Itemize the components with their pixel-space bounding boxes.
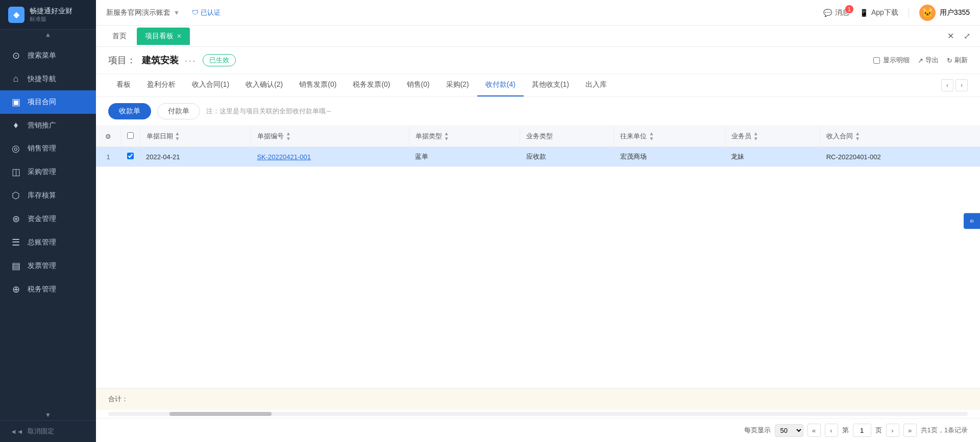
col-income-contract-label: 收入合同	[826, 132, 853, 141]
window-maximize-button[interactable]: ⤢	[962, 31, 972, 41]
certified-badge: 🛡 已认证	[192, 8, 220, 17]
prev-page-button[interactable]: ‹	[825, 424, 838, 437]
pay-tab-label: 付款单	[168, 107, 189, 115]
tab-project-board[interactable]: 项目看板 ✕	[137, 28, 190, 45]
row-income-contract: RC-20220401-002	[820, 147, 980, 167]
sidebar-item-quicknav[interactable]: ⌂ 快捷导航	[0, 67, 96, 90]
col-settings[interactable]: ⚙	[96, 126, 120, 147]
next-page-button[interactable]: ›	[886, 424, 899, 437]
sidebar-item-marketing[interactable]: ♦ 营销推广	[0, 114, 96, 137]
table-header-row: ⚙ 单据日期 ▲▼	[96, 126, 980, 147]
sub-nav-next-arrow[interactable]: ›	[955, 79, 968, 91]
row-date: 2022-04-21	[140, 147, 251, 167]
sub-nav-in-out[interactable]: 出入库	[577, 74, 615, 96]
sidebar-item-purchase[interactable]: ◫ 采购管理	[0, 160, 96, 184]
page-label: 第	[842, 426, 849, 435]
tab-close-icon[interactable]: ✕	[177, 33, 182, 40]
sub-nav: 看板 盈利分析 收入合同(1) 收入确认(2) 销售发票(0) 税务发票(0) …	[96, 74, 980, 97]
contract-sort-icon: ▲▼	[855, 131, 860, 141]
scrollbar-thumb[interactable]	[169, 412, 272, 416]
col-biz-type-label: 业务类型	[526, 132, 553, 140]
col-number[interactable]: 单据编号 ▲▼	[251, 126, 409, 147]
sub-nav-sales-invoice[interactable]: 销售发票(0)	[291, 74, 345, 96]
sidebar: ◆ 畅捷通好业财 标准版 ▲ ⊙ 搜索菜单 ⌂ 快捷导航 ▣ 项目合同 ♦ 营销…	[0, 0, 96, 442]
per-page-select[interactable]: 50 100 200	[775, 424, 803, 437]
unpin-icon: ◄◄	[10, 428, 23, 435]
nav-icon-tax: ⊕	[10, 284, 21, 295]
show-detail-checkbox[interactable]: 显示明细	[873, 56, 910, 65]
prev-page-icon: ‹	[830, 427, 832, 434]
receive-tab-label: 收款单	[119, 107, 140, 115]
sub-nav-purchase[interactable]: 采购(2)	[438, 74, 477, 96]
sidebar-item-invoice[interactable]: ▤ 发票管理	[0, 254, 96, 278]
sidebar-header: ◆ 畅捷通好业财 标准版	[0, 0, 96, 30]
scrollbar-row	[96, 410, 980, 418]
nav-icon-project: ▣	[10, 96, 21, 108]
col-number-label: 单据编号	[257, 132, 284, 141]
sub-nav-receive-pay[interactable]: 收付款(4)	[477, 74, 524, 96]
select-all-checkbox[interactable]	[127, 132, 134, 139]
col-salesman[interactable]: 业务员 ▲▼	[725, 126, 820, 147]
receive-tab[interactable]: 收款单	[108, 103, 151, 119]
refresh-button[interactable]: ↻ 刷新	[947, 56, 968, 65]
first-page-button[interactable]: «	[807, 424, 821, 437]
col-date[interactable]: 单据日期 ▲▼	[140, 126, 251, 147]
app-download-button[interactable]: 📱 App下载	[860, 8, 898, 17]
sidebar-item-inventory[interactable]: ⬡ 库存核算	[0, 184, 96, 207]
nav-icon-inventory: ⬡	[10, 190, 21, 201]
more-options-button[interactable]: ···	[185, 55, 197, 66]
message-button[interactable]: 💬 消息 1	[823, 8, 849, 17]
sub-nav-tax-invoice[interactable]: 税务发票(0)	[345, 74, 398, 96]
pagination: 每页显示 50 100 200 « ‹ 第 页 ›	[96, 418, 980, 442]
col-date-label: 单据日期	[146, 132, 173, 141]
first-page-icon: «	[812, 427, 816, 434]
row-type: 蓝单	[409, 147, 520, 167]
export-icon: ↗	[918, 57, 923, 64]
window-controls: ✕ ⤢	[945, 31, 972, 41]
page-input[interactable]	[853, 424, 871, 437]
tab-home[interactable]: 首页	[104, 28, 135, 45]
row-number[interactable]: SK-20220421-001	[251, 147, 409, 167]
right-panel-button[interactable]: ≡	[964, 213, 980, 229]
col-counterpart[interactable]: 往来单位 ▲▼	[614, 126, 725, 147]
main-area: 新服务官网演示账套 ▼ 🛡 已认证 💬 消息 1 📱 App下载 🐱 用户335…	[96, 0, 980, 442]
nav-label-tax: 税务管理	[28, 285, 56, 294]
tab-home-label: 首页	[112, 32, 127, 40]
nav-label-search: 搜索菜单	[28, 51, 56, 60]
unpin-button[interactable]: ◄◄ 取消固定	[0, 420, 96, 442]
user-info[interactable]: 🐱 用户3355	[919, 5, 970, 21]
col-type[interactable]: 单据类型 ▲▼	[409, 126, 520, 147]
sidebar-item-search[interactable]: ⊙ 搜索菜单	[0, 44, 96, 67]
project-name: 建筑安装	[142, 54, 179, 66]
sidebar-item-ledger[interactable]: ☰ 总账管理	[0, 231, 96, 254]
export-label: 导出	[925, 56, 939, 65]
last-page-button[interactable]: »	[903, 424, 917, 437]
phone-icon: 📱	[860, 9, 868, 17]
col-income-contract[interactable]: 收入合同 ▲▼	[820, 126, 980, 147]
refresh-label: 刷新	[954, 56, 968, 65]
per-page-label: 每页显示	[744, 426, 771, 435]
nav-label-project: 项目合同	[28, 97, 56, 107]
sidebar-item-fund[interactable]: ⊛ 资金管理	[0, 207, 96, 231]
sidebar-item-sales[interactable]: ◎ 销售管理	[0, 137, 96, 160]
sub-nav-sales[interactable]: 销售(0)	[399, 74, 438, 96]
sub-nav-prev-arrow[interactable]: ‹	[941, 79, 953, 91]
right-panel-icon: ≡	[968, 219, 975, 223]
account-selector[interactable]: 新服务官网演示账套 ▼	[106, 8, 180, 17]
sub-nav-income-confirm[interactable]: 收入确认(2)	[237, 74, 291, 96]
fake-scrollbar[interactable]	[108, 412, 968, 416]
nav-icon-sales: ◎	[10, 143, 21, 154]
sub-nav-income-contract[interactable]: 收入合同(1)	[184, 74, 237, 96]
type-sort-icon: ▲▼	[444, 131, 449, 141]
show-detail-input[interactable]	[873, 57, 880, 64]
sub-nav-profit[interactable]: 盈利分析	[139, 74, 184, 96]
sub-nav-kanban[interactable]: 看板	[108, 74, 139, 96]
sidebar-item-tax[interactable]: ⊕ 税务管理	[0, 278, 96, 301]
table-wrapper: ⚙ 单据日期 ▲▼	[96, 126, 980, 388]
pay-tab[interactable]: 付款单	[157, 103, 200, 119]
sidebar-item-project[interactable]: ▣ 项目合同	[0, 90, 96, 114]
export-button[interactable]: ↗ 导出	[918, 56, 939, 65]
sub-nav-other-expense[interactable]: 其他收支(1)	[524, 74, 577, 96]
row-checkbox[interactable]	[120, 147, 140, 167]
window-close-button[interactable]: ✕	[945, 31, 955, 41]
